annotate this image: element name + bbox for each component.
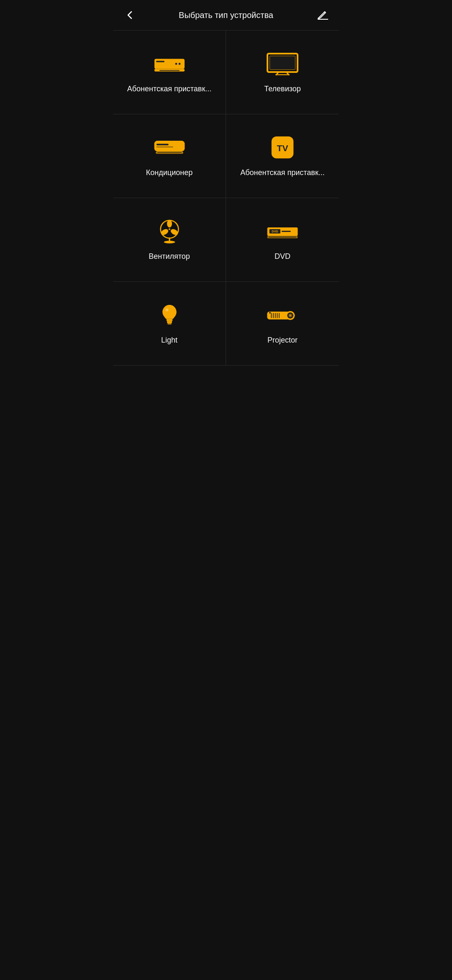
device-label-stb: Абонентская приставк... <box>127 85 212 93</box>
svg-rect-9 <box>270 56 295 70</box>
svg-point-42 <box>290 315 291 316</box>
svg-point-48 <box>269 312 271 314</box>
svg-rect-37 <box>167 323 172 325</box>
device-label-tv: Телевизор <box>264 85 301 93</box>
svg-point-21 <box>167 220 172 228</box>
svg-rect-35 <box>166 319 172 321</box>
device-label-stb2: Абонентская приставк... <box>240 168 325 177</box>
svg-text:TV: TV <box>277 143 288 153</box>
svg-point-25 <box>169 228 170 230</box>
device-item-light[interactable]: Light <box>113 282 226 366</box>
header: Выбрать тип устройства <box>113 0 339 30</box>
device-label-dvd: DVD <box>275 252 290 261</box>
light-icon <box>153 302 186 328</box>
svg-point-34 <box>165 308 168 311</box>
svg-rect-3 <box>156 61 164 62</box>
device-item-tv[interactable]: Телевизор <box>226 31 339 114</box>
device-item-stb2[interactable]: TV Абонентская приставк... <box>226 114 339 198</box>
svg-rect-31 <box>282 231 291 232</box>
svg-rect-13 <box>154 141 185 151</box>
stb-icon <box>153 51 186 76</box>
svg-point-5 <box>178 63 180 65</box>
device-label-ac: Кондиционер <box>146 168 193 177</box>
stb2-icon: TV <box>266 135 299 160</box>
device-label-light: Light <box>161 336 177 345</box>
edit-button[interactable] <box>314 9 331 21</box>
svg-rect-7 <box>159 70 180 71</box>
svg-line-0 <box>324 12 325 13</box>
dvd-icon: DVD <box>266 219 299 244</box>
device-item-dvd[interactable]: DVD DVD <box>226 198 339 282</box>
page-title: Выбрать тип устройства <box>138 10 314 20</box>
device-item-stb[interactable]: Абонентская приставк... <box>113 31 226 114</box>
svg-text:DVD: DVD <box>272 230 278 233</box>
svg-point-27 <box>164 241 175 244</box>
device-item-projector[interactable]: Projector <box>226 282 339 366</box>
ac-icon <box>153 135 186 160</box>
svg-rect-36 <box>167 321 172 323</box>
back-button[interactable] <box>121 9 138 21</box>
svg-rect-14 <box>156 144 168 145</box>
fan-icon <box>153 219 186 244</box>
tv-icon <box>266 51 299 76</box>
device-label-projector: Projector <box>267 336 298 345</box>
device-item-ac[interactable]: Кондиционер <box>113 114 226 198</box>
svg-rect-15 <box>156 147 173 147</box>
projector-icon <box>266 302 299 328</box>
svg-point-4 <box>175 63 177 65</box>
svg-rect-17 <box>157 152 181 153</box>
device-grid: Абонентская приставк... Телевизор <box>113 30 339 366</box>
device-item-fan[interactable]: Вентилятор <box>113 198 226 282</box>
device-label-fan: Вентилятор <box>149 252 190 261</box>
svg-rect-33 <box>269 237 296 237</box>
